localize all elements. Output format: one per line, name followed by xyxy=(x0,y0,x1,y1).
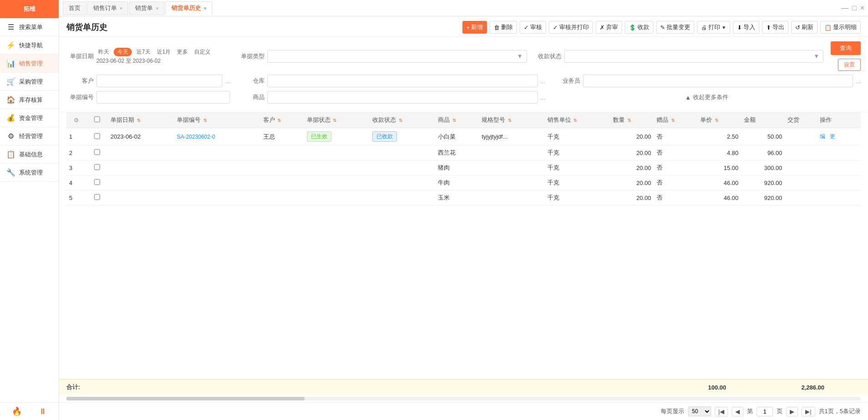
gift-column-header[interactable]: 赠品 ⇅ xyxy=(654,112,697,128)
date-tab-yesterday[interactable]: 昨天 xyxy=(96,48,111,56)
row-edit-link-1[interactable]: 编 xyxy=(820,133,825,140)
warehouse-more-icon[interactable]: ... xyxy=(541,78,546,85)
page-size-select[interactable]: 50 10 20 100 xyxy=(688,406,711,416)
customer-column-header[interactable]: 客户 ⇅ xyxy=(261,112,304,128)
salesperson-more-icon[interactable]: ... xyxy=(856,78,861,85)
date-tab-custom[interactable]: 自定义 xyxy=(192,48,212,56)
doc-status-sort-icon: ⇅ xyxy=(333,118,336,123)
sidebar-item-finance[interactable]: 💰 资金管理 xyxy=(0,109,59,127)
audit-print-button[interactable]: ✓ 审核并打印 xyxy=(549,21,593,34)
main-area: 首页 销售订单 × 销货单 × 销货单历史 × — □ × 销货单历史 + 新 xyxy=(59,0,868,420)
sidebar-item-quick-nav[interactable]: ⚡ 快捷导航 xyxy=(0,36,59,55)
collect-button[interactable]: 💲 收款 xyxy=(625,21,653,34)
next-page-button[interactable]: ▶ xyxy=(786,407,798,416)
sidebar-item-inventory[interactable]: 🏠 库存核算 xyxy=(0,91,59,109)
date-tab-today[interactable]: 今天 xyxy=(114,48,132,56)
date-tab-more[interactable]: 更多 xyxy=(175,48,190,56)
quantity-column-header[interactable]: 数量 ⇅ xyxy=(610,112,654,128)
tab-home[interactable]: 首页 xyxy=(63,1,86,15)
print-button[interactable]: 🖨 打印 ▼ xyxy=(697,21,730,34)
unit-price-column-header[interactable]: 单价 ⇅ xyxy=(697,112,741,128)
sidebar-item-sys-mgmt[interactable]: 🔧 系统管理 xyxy=(0,164,59,182)
customer-label: 客户 xyxy=(66,77,94,85)
doc-status-column-header[interactable]: 单据状态 ⇅ xyxy=(304,112,370,128)
spec-type-column-header[interactable]: 规格型号 ⇅ xyxy=(479,112,544,128)
date-tab-1month[interactable]: 近1月 xyxy=(155,48,173,56)
doc-type-select[interactable]: ▼ xyxy=(267,50,527,63)
horizontal-scrollbar[interactable] xyxy=(66,397,861,400)
salesperson-input[interactable] xyxy=(583,75,853,87)
page-number-input[interactable] xyxy=(757,407,773,416)
close-button[interactable]: × xyxy=(860,4,864,12)
row-gift-2: 否 xyxy=(654,145,697,160)
last-page-button[interactable]: ▶| xyxy=(802,407,815,416)
sales-unit-column-header[interactable]: 销售单位 ⇅ xyxy=(545,112,610,128)
export-button[interactable]: ⬆ 导出 xyxy=(762,21,788,34)
page-label-prefix: 第 xyxy=(747,407,753,415)
audit-print-icon: ✓ xyxy=(553,24,558,31)
product-more-icon[interactable]: ... xyxy=(541,94,546,101)
product-input[interactable] xyxy=(267,91,538,104)
doc-date-column-header[interactable]: 单据日期 ⇅ xyxy=(108,112,174,128)
tab-sales-goods-label: 销货单 xyxy=(135,4,153,12)
sidebar-pause-icon[interactable]: ⏸ xyxy=(39,407,47,416)
tab-sales-history[interactable]: 销货单历史 × xyxy=(166,1,212,15)
set-button[interactable]: 设置 xyxy=(838,59,861,71)
batch-change-button[interactable]: ✎ 批量变更 xyxy=(656,21,694,34)
row-doc-date-2 xyxy=(108,145,174,160)
refresh-button[interactable]: ↺ 刷新 xyxy=(791,21,818,34)
tab-sales-order-close[interactable]: × xyxy=(120,5,122,11)
maximize-button[interactable]: □ xyxy=(852,4,857,12)
tab-sales-goods[interactable]: 销货单 × xyxy=(129,1,164,15)
collect-status-column-header[interactable]: 收款状态 ⇅ xyxy=(370,112,435,128)
row-checkbox-1[interactable] xyxy=(87,128,108,145)
warehouse-input[interactable] xyxy=(267,75,538,87)
show-detail-button[interactable]: 📋 显示明细 xyxy=(820,21,861,34)
sidebar-item-operation[interactable]: ⚙ 经营管理 xyxy=(0,127,59,145)
select-all-checkbox[interactable] xyxy=(94,116,100,122)
settings-column-header[interactable]: ⚙ xyxy=(66,112,87,128)
row-gift-3: 否 xyxy=(654,160,697,175)
minimize-button[interactable]: — xyxy=(841,4,848,12)
import-button[interactable]: ⬇ 导入 xyxy=(733,21,759,34)
sidebar-item-label: 经营管理 xyxy=(19,132,43,140)
collect-status-select[interactable]: ▼ xyxy=(564,50,824,63)
product-column-header[interactable]: 商品 ⇅ xyxy=(435,112,479,128)
query-button[interactable]: 查询 xyxy=(831,41,861,55)
date-tab-7days[interactable]: 近7天 xyxy=(135,48,152,56)
batch-change-icon: ✎ xyxy=(660,24,665,31)
sidebar-item-sales-mgmt[interactable]: 📊 销售管理 xyxy=(0,55,59,73)
row-action-1: 编 更 xyxy=(817,128,861,145)
tab-sales-history-close[interactable]: × xyxy=(204,5,206,11)
tab-sales-order[interactable]: 销售订单 × xyxy=(87,1,128,15)
app-logo: 拓维 xyxy=(0,0,59,18)
audit-button[interactable]: ✓ 审核 xyxy=(520,21,546,34)
docno-input[interactable] xyxy=(96,91,230,104)
new-button[interactable]: + 新增 xyxy=(462,21,487,34)
doc-no-link-1[interactable]: SA-20230602-0 xyxy=(177,134,215,140)
abandon-button[interactable]: ✗ 弃审 xyxy=(596,21,622,34)
product-label: 商品 xyxy=(237,93,265,101)
doc-date-sort-icon: ⇅ xyxy=(137,118,140,123)
abandon-icon: ✗ xyxy=(600,24,605,31)
customer-more-icon[interactable]: ... xyxy=(225,78,230,85)
first-page-button[interactable]: |◀ xyxy=(715,407,728,416)
filter-customer-field: 客户 ... xyxy=(66,75,230,87)
customer-input[interactable] xyxy=(96,75,222,87)
show-detail-icon: 📋 xyxy=(824,24,832,31)
pagination-bar: 每页显示 50 10 20 100 |◀ ◀ 第 页 ▶ ▶| 共1页，5条记录 xyxy=(59,402,868,420)
sidebar-fire-icon[interactable]: 🔥 xyxy=(12,406,22,416)
sidebar-item-search-menu[interactable]: ☰ 搜索菜单 xyxy=(0,18,59,36)
sidebar-item-basic-info[interactable]: 📋 基础信息 xyxy=(0,145,59,164)
finance-icon: 💰 xyxy=(6,114,15,122)
filter-warehouse-field: 仓库 ... xyxy=(237,75,546,87)
prev-page-button[interactable]: ◀ xyxy=(732,407,743,416)
tab-sales-goods-close[interactable]: × xyxy=(156,5,158,11)
date-tabs: 昨天 今天 近7天 近1月 更多 自定义 xyxy=(96,48,212,56)
collapse-button[interactable]: ▲ 收起更多条件 xyxy=(683,91,730,103)
delete-button[interactable]: 🗑 删除 xyxy=(490,21,517,34)
sidebar-item-purchase-mgmt[interactable]: 🛒 采购管理 xyxy=(0,73,59,91)
row-more-link-1[interactable]: 更 xyxy=(830,133,835,140)
scrollbar-thumb[interactable] xyxy=(66,397,305,400)
doc-no-column-header[interactable]: 单据编号 ⇅ xyxy=(174,112,261,128)
